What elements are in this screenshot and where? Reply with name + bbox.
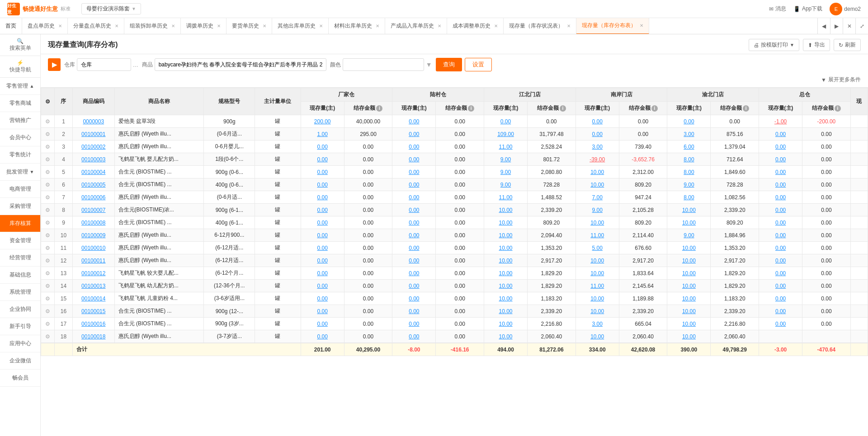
cell-total-qty[interactable]: 0.00 (759, 280, 802, 292)
sidebar-item-vip-member[interactable]: 畅会员 (0, 370, 40, 387)
cell-gear[interactable]: ⚙ (41, 267, 55, 280)
cell-factory-qty[interactable]: 0.00 (301, 229, 344, 242)
cell-yb-qty[interactable]: 9.00 (667, 229, 711, 242)
cell-jb-qty[interactable]: 9.00 (484, 166, 527, 178)
cell-total-qty[interactable]: 0.00 (759, 305, 802, 318)
sidebar-item-system[interactable]: 系统管理 (0, 284, 40, 301)
cell-yb-qty[interactable]: 10.00 (667, 204, 711, 216)
cell-na-qty[interactable]: 10.00 (576, 267, 619, 280)
tab-stocktake-close[interactable]: ✕ (58, 23, 62, 28)
cell-gear[interactable]: ⚙ (41, 216, 55, 229)
cell-total-qty[interactable]: 0.00 (759, 242, 802, 254)
cell-factory-qty[interactable]: 0.00 (301, 318, 344, 330)
cell-factory-qty[interactable]: 0.00 (301, 242, 344, 254)
cell-factory-qty[interactable]: 0.00 (301, 330, 344, 343)
cell-factory-qty[interactable]: 0.00 (301, 254, 344, 267)
cell-jb-qty[interactable]: 9.00 (484, 153, 527, 166)
color-dropdown-icon[interactable]: ▼ (426, 61, 432, 68)
tab-transfer[interactable]: 调拨单历史 ✕ (181, 18, 226, 34)
sidebar-item-enterprise-wechat[interactable]: 企业微信 (0, 352, 40, 370)
sidebar-quick[interactable]: ⚡ 快捷导航 (0, 56, 40, 78)
cell-na-qty[interactable]: 10.00 (576, 305, 619, 318)
refresh-btn[interactable]: ↻ 刷新 (834, 39, 861, 51)
cell-lu-qty[interactable]: 0.00 (392, 254, 436, 267)
jb-amt-info[interactable]: i (560, 105, 566, 112)
cell-yb-qty[interactable]: 10.00 (667, 280, 711, 292)
cell-jb-qty[interactable]: 0.00 (484, 115, 527, 128)
cell-yb-qty[interactable]: 9.00 (667, 178, 711, 191)
cell-jb-qty[interactable]: 10.00 (484, 204, 527, 216)
cell-total-qty[interactable]: 0.00 (759, 166, 802, 178)
cell-lu-qty[interactable]: 0.00 (392, 128, 436, 141)
cell-code[interactable]: 00100003 (72, 153, 114, 166)
cell-jb-qty[interactable]: 109.00 (484, 128, 527, 141)
message-btn[interactable]: ✉ 消息 (769, 5, 786, 13)
tab-product-in-close[interactable]: ✕ (438, 23, 441, 28)
cell-total-qty[interactable] (759, 330, 802, 343)
cell-na-qty[interactable]: 5.00 (576, 242, 619, 254)
warehouse-input[interactable] (77, 58, 131, 71)
user-area[interactable]: E demo2 (830, 3, 861, 15)
cell-lu-qty[interactable]: 0.00 (392, 216, 436, 229)
expand-conditions-btn[interactable]: ▼ 展开更多条件 (821, 76, 861, 84)
cell-code[interactable]: 00100012 (72, 267, 114, 280)
cell-factory-qty[interactable]: 0.00 (301, 204, 344, 216)
goods-input[interactable] (155, 58, 326, 71)
cell-na-qty[interactable]: 3.00 (576, 318, 619, 330)
cell-gear[interactable]: ⚙ (41, 254, 55, 267)
cell-code[interactable]: 00100002 (72, 141, 114, 153)
sidebar-item-app-center[interactable]: 应用中心 (0, 335, 40, 352)
cell-jb-qty[interactable]: 11.00 (484, 191, 527, 204)
set-btn[interactable]: 设置 (465, 58, 492, 71)
cell-gear[interactable]: ⚙ (41, 292, 55, 305)
tab-material-out-close[interactable]: ✕ (376, 23, 379, 28)
tab-distribute-close[interactable]: ✕ (115, 23, 118, 28)
cell-lu-qty[interactable]: 0.00 (392, 330, 436, 343)
sidebar-item-newbie[interactable]: 新手引导 (0, 318, 40, 335)
sidebar-item-purchase[interactable]: 采购管理 (0, 198, 40, 215)
cell-yb-qty[interactable]: 10.00 (667, 242, 711, 254)
cell-lu-qty[interactable]: 0.00 (392, 229, 436, 242)
tab-requisition-close[interactable]: ✕ (263, 23, 266, 28)
query-btn[interactable]: 查询 (436, 58, 462, 71)
tab-close-all-btn[interactable]: ✕ (843, 18, 855, 34)
cell-na-qty[interactable]: 0.00 (576, 128, 619, 141)
cell-na-qty[interactable]: 10.00 (576, 330, 619, 343)
cell-gear[interactable]: ⚙ (41, 153, 55, 166)
tab-cost-adjust[interactable]: 成本调整单历史 ✕ (447, 18, 504, 34)
cell-total-qty[interactable]: 0.00 (759, 267, 802, 280)
sidebar-item-inventory[interactable]: 库存核算 (0, 215, 40, 232)
export-btn[interactable]: ⬆ 导出 (803, 39, 830, 51)
cell-gear[interactable]: ⚙ (41, 191, 55, 204)
cell-na-qty[interactable]: 10.00 (576, 292, 619, 305)
sidebar-item-base-info[interactable]: 基础信息 (0, 267, 40, 284)
cell-yb-qty[interactable]: 8.00 (667, 166, 711, 178)
cell-na-qty[interactable]: 10.00 (576, 254, 619, 267)
sidebar-item-wholesale[interactable]: 批发管理 ▼ (0, 164, 40, 181)
col-gear[interactable]: ⚙ (41, 88, 55, 115)
cell-code[interactable]: 00100006 (72, 191, 114, 204)
cell-gear[interactable]: ⚙ (41, 330, 55, 343)
tab-fullscreen-btn[interactable]: ⤢ (855, 18, 868, 34)
cell-gear[interactable]: ⚙ (41, 242, 55, 254)
warehouse-dots[interactable]: ... (133, 61, 138, 68)
cell-na-qty[interactable]: 10.00 (576, 166, 619, 178)
tab-cost-adjust-close[interactable]: ✕ (494, 23, 498, 28)
cell-na-qty[interactable]: 9.00 (576, 204, 619, 216)
cell-factory-qty[interactable]: 0.00 (301, 216, 344, 229)
tab-product-in[interactable]: 产成品入库单历史 ✕ (385, 18, 447, 34)
cell-yb-qty[interactable]: 10.00 (667, 330, 711, 343)
cell-na-qty[interactable]: 11.00 (576, 229, 619, 242)
cell-gear[interactable]: ⚙ (41, 280, 55, 292)
cell-gear[interactable]: ⚙ (41, 166, 55, 178)
industry-selector[interactable]: 母婴行业演示陈套 ▼ (81, 3, 141, 14)
cell-gear[interactable]: ⚙ (41, 141, 55, 153)
cell-code[interactable]: 00100004 (72, 166, 114, 178)
color-input[interactable] (343, 58, 424, 71)
cell-total-qty[interactable]: 0.00 (759, 229, 802, 242)
cell-na-qty[interactable]: 11.00 (576, 280, 619, 292)
tab-stock-dist[interactable]: 现存量（库存分布表） ✕ (576, 18, 649, 34)
print-btn[interactable]: 🖨 按模版打印 ▼ (749, 39, 799, 51)
cell-code[interactable]: 00100010 (72, 242, 114, 254)
cell-total-qty[interactable]: 0.00 (759, 141, 802, 153)
